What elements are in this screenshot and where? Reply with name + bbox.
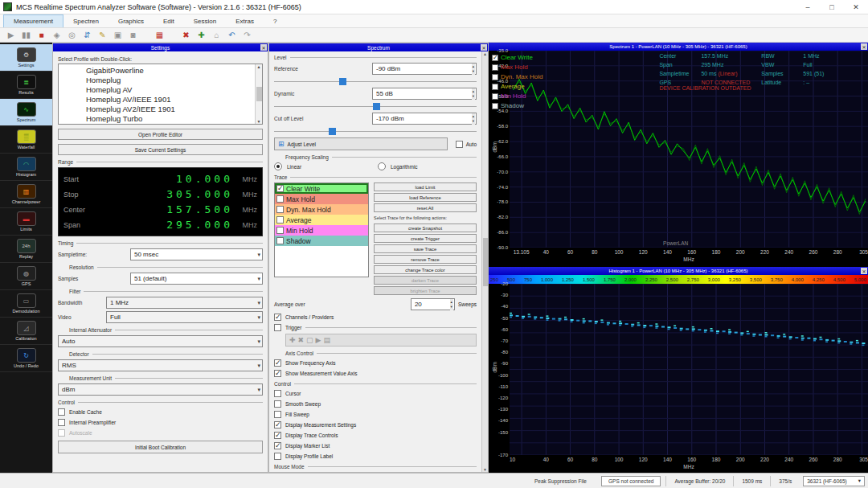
settings-control-checkbox-internal-preamplifier[interactable] (58, 419, 65, 426)
dynamic-slider[interactable] (274, 102, 477, 110)
sidebar-item-calibration[interactable]: ◿Calibration (0, 318, 52, 345)
video-select[interactable]: Full (106, 311, 263, 323)
legend-item-dyn-max-hold[interactable]: Dyn. Max Hold (492, 72, 542, 81)
trigger-checkbox[interactable] (274, 324, 281, 331)
edit-delete-icon[interactable]: ✎ (96, 30, 108, 41)
minimize-icon[interactable]: – (796, 0, 820, 14)
average-spinbox[interactable]: 20 (411, 298, 455, 310)
maximize-icon[interactable]: □ (820, 0, 844, 14)
close-icon[interactable]: ✕ (844, 0, 868, 14)
profile-list-scrollbar[interactable]: ▲▼ (255, 64, 262, 124)
detector-select[interactable]: RMS (58, 359, 263, 371)
record-icon[interactable]: ■ (35, 30, 47, 41)
menu-item-measurement[interactable]: Measurement (3, 14, 63, 27)
open-profile-editor-button[interactable]: Open Profile Editor (58, 129, 263, 140)
sidebar-item-replay[interactable]: 24hReplay (0, 236, 52, 263)
cutoff-slider[interactable] (274, 127, 477, 135)
sidebar-item-gps[interactable]: ◍GPS (0, 263, 52, 290)
legend-checkbox-shadow[interactable] (492, 103, 498, 109)
create-snapshot-button[interactable]: create Snapshot (374, 223, 477, 232)
menu-item-session[interactable]: Session (184, 15, 226, 27)
scroll-thumb[interactable] (256, 87, 262, 101)
profile-homeplug-av[interactable]: Homeplug AV (59, 85, 262, 95)
trace-checkbox-clear-write[interactable] (276, 185, 284, 192)
reference-spinbox[interactable]: -90 dBm (372, 63, 477, 75)
control-checkbox-smooth-sweep[interactable] (274, 400, 281, 408)
menu-item-graphics[interactable]: Graphics (108, 15, 154, 27)
spectrum-panel-close-icon[interactable]: ✕ (481, 44, 487, 51)
logarithmic-radio[interactable] (378, 162, 386, 170)
load-reference-button[interactable]: load Reference (374, 193, 477, 202)
legend-checkbox-max-hold[interactable] (492, 64, 498, 71)
save-trace-button[interactable]: save Trace (374, 244, 477, 253)
undo-icon[interactable]: ↶ (226, 30, 238, 41)
profile-homeplug[interactable]: Homeplug (59, 76, 262, 85)
control-checkbox-display-measurement-settings[interactable] (274, 421, 281, 429)
sampletime-select[interactable]: 50 msec (130, 248, 263, 260)
profile-homeplug-av-ieee-1901[interactable]: Homeplug AV/IEEE 1901 (59, 95, 262, 105)
sidebar-item-demodulation[interactable]: ▭Demodulation (0, 290, 52, 318)
control-checkbox-fill-sweep[interactable] (274, 411, 281, 418)
trace-checkbox-min-hold[interactable] (276, 227, 284, 234)
reference-slider[interactable] (274, 77, 477, 85)
sidebar-item-channelpower[interactable]: ▥Channelpower (0, 181, 52, 208)
export-icon[interactable]: ⇵ (81, 30, 93, 41)
sidebar-item-waterfall[interactable]: ▒Waterfall (0, 126, 52, 154)
remove-trace-button[interactable]: remove Trace (374, 255, 477, 264)
sidebar-item-settings[interactable]: ⚙Settings (0, 44, 52, 72)
adjust-level-button[interactable]: ⊞ Adjust Level (274, 137, 448, 150)
axis-control-checkbox-show-frequency-axis[interactable] (274, 359, 281, 367)
legend-item-average[interactable]: Average (492, 82, 542, 91)
menu-item-spectren[interactable]: Spectren (63, 15, 108, 27)
cd-icon[interactable]: ◎ (66, 30, 78, 41)
create-trigger-button[interactable]: create Trigger (374, 234, 477, 243)
legend-item-max-hold[interactable]: Max Hold (492, 63, 542, 72)
initial-boot-calibration-button[interactable]: Initial Boot Calibration (58, 441, 263, 453)
probe-icon[interactable]: ◈ (51, 30, 63, 41)
load-limit-button[interactable]: load Limit (374, 182, 477, 191)
linear-radio[interactable] (274, 162, 282, 170)
legend-checkbox-dyn-max-hold[interactable] (492, 74, 498, 80)
sidebar-item-spectrum[interactable]: ∿Spectrum (0, 99, 52, 126)
pause-icon[interactable]: ▮▮ (20, 30, 32, 41)
menu-item-edit[interactable]: Edit (154, 15, 184, 27)
profile-gigabitpowerline[interactable]: GigabitPowerline (59, 66, 262, 76)
cutoff-spinbox[interactable]: -170 dBm (372, 113, 477, 125)
histogram-plot[interactable] (510, 284, 868, 455)
profile-list[interactable]: GigabitPowerlineHomeplugHomeplug AVHomep… (58, 64, 263, 125)
bandwidth-select[interactable]: 1 MHz (106, 297, 263, 309)
device-select[interactable]: 36321 (HF-6065)▾ (803, 476, 865, 486)
reset-all-button[interactable]: reset All (374, 203, 477, 212)
sidebar-item-undo-redo[interactable]: ↻Undo / Redo (0, 345, 52, 372)
histogram-chart-close-icon[interactable]: ✕ (861, 268, 867, 274)
samples-select[interactable]: 51 (default) (130, 273, 263, 285)
legend-item-min-hold[interactable]: Min Hold (492, 92, 542, 100)
play-icon[interactable]: ▶ (5, 30, 17, 41)
axis-control-checkbox-show-measurement-value-axis[interactable] (274, 370, 281, 377)
trace-list[interactable]: Clear WriteMax HoldDyn. Max HoldAverageM… (274, 182, 369, 277)
trace-row-dyn-max-hold[interactable]: Dyn. Max Hold (275, 204, 368, 215)
control-checkbox-display-trace-controls[interactable] (274, 432, 281, 439)
legend-checkbox-clear-write[interactable] (492, 55, 498, 61)
unit-select[interactable]: dBm (58, 383, 263, 396)
scroll-down-icon[interactable]: ▼ (257, 119, 261, 124)
trace-row-min-hold[interactable]: Min Hold (275, 225, 368, 236)
legend-item-clear-write[interactable]: Clear Write (492, 53, 542, 62)
trace-row-clear-write[interactable]: Clear Write (275, 183, 368, 194)
copy-window-icon[interactable]: ▣ (112, 30, 124, 41)
trace-checkbox-max-hold[interactable] (276, 195, 284, 203)
control-checkbox-display-marker-list[interactable] (274, 442, 281, 449)
connect-icon[interactable]: ✚ (195, 30, 207, 41)
trace-row-max-hold[interactable]: Max Hold (275, 194, 368, 204)
save-current-settings-button[interactable]: Save Current Settings (58, 144, 263, 155)
trace-row-average[interactable]: Average (275, 215, 368, 225)
trace-checkbox-dyn-max-hold[interactable] (276, 206, 284, 213)
trace-checkbox-shadow[interactable] (276, 237, 284, 244)
sidebar-item-histogram[interactable]: ◠Histogram (0, 154, 52, 181)
spectrum-panel-scrollbar[interactable]: ▲▼ (481, 51, 488, 472)
profile-homeplug-av2-ieee-1901[interactable]: Homeplug AV2/IEEE 1901 (59, 105, 262, 114)
redo-icon[interactable]: ↷ (241, 30, 253, 41)
camera-icon[interactable]: ◙ (127, 30, 139, 41)
settings-control-checkbox-enable-cache[interactable] (58, 408, 65, 416)
legend-checkbox-min-hold[interactable] (492, 93, 498, 100)
